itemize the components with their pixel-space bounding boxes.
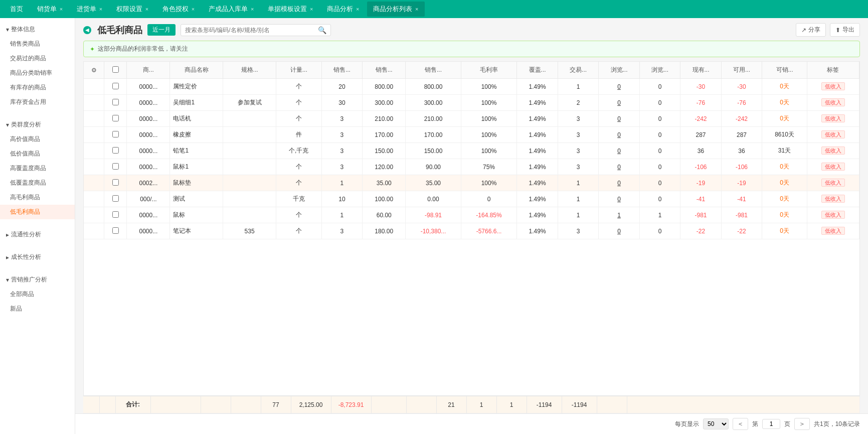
sidebar-item-sales-products[interactable]: 销售类商品 (0, 37, 75, 51)
browse1-link[interactable]: 0 (617, 164, 621, 171)
cell-tag: 低收入 (807, 79, 859, 95)
cell-transaction: 1 (558, 207, 598, 223)
sidebar-item-traded-products[interactable]: 交易过的商品 (0, 51, 75, 66)
nav-analysis-list[interactable]: 商品分析列表 × (367, 2, 424, 17)
sidebar-group-circulation: ▸ 流通性分析 (0, 223, 75, 246)
row-checkbox[interactable] (112, 115, 119, 121)
cell-checkbox (104, 143, 127, 159)
browse1-link[interactable]: 0 (617, 228, 621, 235)
row-checkbox[interactable] (112, 195, 119, 202)
next-page-btn[interactable]: ＞ (794, 418, 810, 430)
sidebar: ▾ 整体信息 销售类商品 交易过的商品 商品分类助销率 有库存的商品 库存资金占… (0, 18, 75, 434)
cell-browse1[interactable]: 0 (599, 111, 639, 127)
row-checkbox[interactable] (112, 211, 119, 218)
row-checkbox[interactable] (112, 147, 119, 154)
cell-unit: 个 (276, 175, 321, 191)
sidebar-item-all-products[interactable]: 全部商品 (0, 287, 75, 302)
nav-permissions-close[interactable]: × (145, 6, 148, 12)
sidebar-group-title-growth[interactable]: ▸ 成长性分析 (0, 250, 75, 264)
sidebar-item-new-products[interactable]: 新品 (0, 302, 75, 316)
sidebar-group-marketing: ▾ 营销推广分析 全部商品 新品 (0, 268, 75, 320)
sidebar-item-in-stock[interactable]: 有库存的商品 (0, 80, 75, 95)
browse1-link[interactable]: 0 (617, 180, 621, 187)
nav-products-in-close[interactable]: × (251, 6, 254, 12)
filter-period-btn[interactable]: 近一月 (147, 24, 176, 36)
cell-browse1[interactable]: 0 (599, 159, 639, 175)
cell-browse1[interactable]: 0 (599, 127, 639, 143)
sidebar-item-category-rate[interactable]: 商品分类助销率 (0, 66, 75, 80)
nav-sales-close[interactable]: × (60, 6, 63, 12)
cell-name: 吴细细1 (170, 95, 223, 111)
sidebar-item-low-coverage[interactable]: 低覆盖度商品 (0, 176, 75, 190)
sidebar-group-overview: ▾ 整体信息 销售类商品 交易过的商品 商品分类助销率 有库存的商品 库存资金占… (0, 18, 75, 113)
cell-name: 鼠标1 (170, 159, 223, 175)
search-icon[interactable]: 🔍 (318, 26, 326, 34)
nav-roles[interactable]: 角色授权 × (156, 2, 201, 17)
cell-browse1[interactable]: 0 (599, 223, 639, 239)
row-checkbox[interactable] (112, 83, 119, 89)
browse1-link[interactable]: 0 (617, 99, 621, 106)
browse1-link[interactable]: 0 (617, 131, 621, 138)
nav-analysis-close[interactable]: × (356, 6, 359, 12)
row-checkbox[interactable] (112, 99, 119, 105)
sidebar-item-high-margin[interactable]: 高毛利商品 (0, 190, 75, 205)
nav-permissions[interactable]: 权限设置 × (110, 2, 154, 17)
cell-browse2: 0 (639, 127, 680, 143)
totals-sales-qty: 77 (261, 396, 291, 413)
nav-template[interactable]: 单据模板设置 × (262, 2, 319, 17)
tag-badge: 低收入 (821, 147, 845, 155)
nav-sales[interactable]: 销货单 × (31, 2, 69, 17)
sidebar-group-title-cluster[interactable]: ▾ 类群度分析 (0, 117, 75, 132)
sidebar-item-stock-capital[interactable]: 库存资金占用 (0, 95, 75, 109)
table-row: 0000... 电话机 个 3 210.00 210.00 100% 1.49%… (84, 111, 859, 127)
cell-sales-qty: 3 (321, 143, 362, 159)
col-name: 商品名称 (170, 62, 223, 79)
nav-template-close[interactable]: × (310, 6, 313, 12)
nav-analysis[interactable]: 商品分析 × (321, 2, 365, 17)
cell-browse1[interactable]: 0 (599, 143, 639, 159)
prev-page-btn[interactable]: ＜ (733, 418, 748, 430)
search-input[interactable] (185, 27, 318, 34)
nav-home[interactable]: 首页 (4, 2, 29, 17)
cell-browse1[interactable]: 0 (599, 95, 639, 111)
row-checkbox[interactable] (112, 179, 119, 186)
cell-browse1[interactable]: 0 (599, 79, 639, 95)
sidebar-item-low-value[interactable]: 低价值商品 (0, 147, 75, 161)
browse1-link[interactable]: 1 (617, 212, 621, 219)
sidebar-group-title-circulation[interactable]: ▸ 流通性分析 (0, 227, 75, 242)
nav-purchase[interactable]: 进货单 × (71, 2, 108, 17)
nav-products-in[interactable]: 产成品入库单 × (203, 2, 260, 17)
page-input[interactable] (762, 419, 780, 429)
select-all-checkbox[interactable] (112, 66, 119, 73)
per-page-select[interactable]: 50 20 100 (703, 418, 729, 429)
table-container[interactable]: ⚙ 商... 商品名称 规格... 计量... (83, 61, 860, 396)
cell-name: 电话机 (170, 111, 223, 127)
cell-browse1[interactable]: 0 (599, 175, 639, 191)
sidebar-item-high-value[interactable]: 高价值商品 (0, 132, 75, 147)
browse1-link[interactable]: 0 (617, 196, 621, 203)
cell-code: 0002... (127, 175, 170, 191)
col-settings[interactable]: ⚙ (84, 62, 104, 79)
cell-available: -242 (721, 111, 762, 127)
cell-code: 0000... (127, 79, 170, 95)
sidebar-group-title-overview[interactable]: ▾ 整体信息 (0, 22, 75, 37)
browse1-link[interactable]: 0 (617, 83, 621, 90)
nav-analysis-list-close[interactable]: × (415, 6, 418, 12)
cell-checkbox (104, 207, 127, 223)
browse1-link[interactable]: 0 (617, 148, 621, 155)
row-checkbox[interactable] (112, 131, 119, 137)
nav-roles-close[interactable]: × (192, 6, 195, 12)
row-checkbox[interactable] (112, 227, 119, 234)
cell-browse1[interactable]: 0 (599, 191, 639, 207)
sidebar-item-low-margin[interactable]: 低毛利商品 (0, 205, 75, 219)
cell-unit: 个 (276, 223, 321, 239)
export-btn[interactable]: ⬆ 导出 (830, 23, 860, 37)
browse1-link[interactable]: 0 (617, 115, 621, 122)
sidebar-item-high-coverage[interactable]: 高覆盖度商品 (0, 161, 75, 176)
share-btn[interactable]: ↗ 分享 (796, 23, 826, 37)
nav-purchase-close[interactable]: × (99, 6, 102, 12)
sidebar-group-title-marketing[interactable]: ▾ 营销推广分析 (0, 272, 75, 287)
sidebar-collapse-btn[interactable]: ◀ (83, 26, 91, 34)
row-checkbox[interactable] (112, 163, 119, 170)
cell-browse1[interactable]: 1 (599, 207, 639, 223)
